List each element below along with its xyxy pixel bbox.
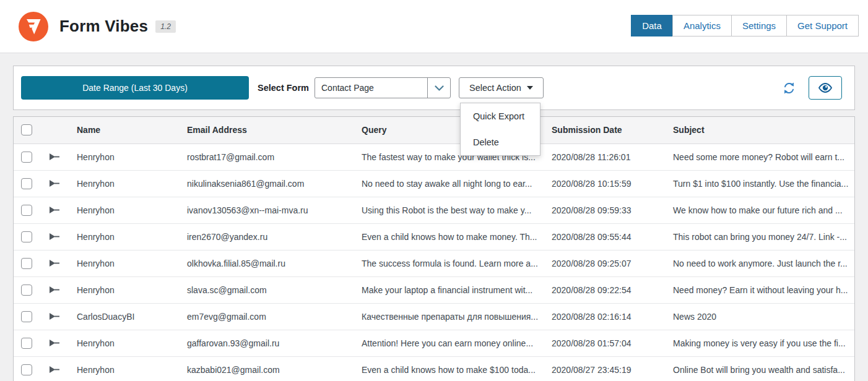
filters-toolbar: Date Range (Last 30 Days) Select Form Co…: [13, 66, 855, 110]
cell-email[interactable]: gaffarovan.93@gmail.ru: [180, 330, 354, 356]
table-row: Henryhon ivanov130563@xn--mai-mva.ru Usi…: [14, 197, 854, 223]
row-checkbox[interactable]: [21, 364, 32, 375]
column-header-date: Submission Date: [544, 117, 666, 143]
table-header-row: Name Email Address Query Submission Date…: [14, 117, 854, 143]
cell-subject[interactable]: Online Bot will bring you wealth and sat…: [666, 356, 854, 381]
tab-analytics[interactable]: Analytics: [672, 15, 732, 36]
cell-subject[interactable]: News 2020: [666, 303, 854, 330]
cell-name[interactable]: CarlosDuacyBI: [69, 303, 180, 330]
cell-email[interactable]: olkhovka.filial.85@mail.ru: [180, 250, 354, 276]
cell-subject[interactable]: Turn $1 into $100 instantly. Use the fin…: [666, 170, 854, 197]
table-row: Henryhon iren2670@yandex.ru Even a child…: [14, 223, 854, 250]
row-checkbox[interactable]: [21, 231, 32, 242]
flag-column-header: [41, 117, 69, 143]
column-header-subject: Subject: [666, 117, 854, 143]
row-checkbox[interactable]: [21, 285, 32, 296]
select-form-label: Select Form: [258, 83, 309, 93]
cell-subject[interactable]: No need to work anymore. Just launch the…: [666, 250, 854, 276]
cell-name[interactable]: Henryhon: [69, 197, 180, 223]
row-checkbox[interactable]: [21, 205, 32, 216]
cell-subject[interactable]: This robot can bring you money 24/7. Lin…: [666, 223, 854, 250]
cell-name[interactable]: Henryhon: [69, 170, 180, 197]
refresh-icon: [782, 81, 796, 95]
flag-icon[interactable]: [50, 153, 59, 160]
app-header: Form Vibes 1.2 Data Analytics Settings G…: [0, 0, 868, 53]
menu-item-delete[interactable]: Delete: [461, 129, 540, 155]
cell-query[interactable]: Качественные препараты для повышения...: [354, 303, 544, 330]
flag-icon[interactable]: [50, 180, 59, 187]
table-row: Henryhon slava.sc@gmail.com Make your la…: [14, 276, 854, 303]
cell-date: 2020/08/28 10:15:59: [544, 170, 666, 197]
row-checkbox[interactable]: [21, 178, 32, 189]
cell-query[interactable]: The success formula is found. Learn more…: [354, 250, 544, 276]
menu-item-quick-export[interactable]: Quick Export: [461, 103, 540, 129]
tab-get-support[interactable]: Get Support: [786, 15, 859, 36]
caret-down-icon: [527, 86, 533, 90]
submissions-table-card: Name Email Address Query Submission Date…: [13, 116, 855, 381]
nav-tabs: Data Analytics Settings Get Support: [631, 15, 859, 36]
cell-subject[interactable]: Need money? Earn it without leaving your…: [666, 276, 854, 303]
table-row: Henryhon rostbrat17@gmail.com The fastes…: [14, 143, 854, 170]
cell-date: 2020/08/27 23:45:19: [544, 356, 666, 381]
cell-query[interactable]: Attention! Here you can earn money onlin…: [354, 330, 544, 356]
table-row: CarlosDuacyBI em7evg@gmail.com Качествен…: [14, 303, 854, 330]
tab-data[interactable]: Data: [631, 15, 673, 36]
cell-date: 2020/08/28 09:59:33: [544, 197, 666, 223]
table-row: Henryhon olkhovka.filial.85@mail.ru The …: [14, 250, 854, 276]
cell-email[interactable]: em7evg@gmail.com: [180, 303, 354, 330]
column-header-name: Name: [69, 117, 180, 143]
flag-icon[interactable]: [50, 233, 59, 240]
cell-query[interactable]: Using this Robot is the best way to make…: [354, 197, 544, 223]
flag-icon[interactable]: [50, 340, 59, 346]
flag-icon[interactable]: [50, 313, 59, 320]
cell-subject[interactable]: Need some more money? Robot will earn t.…: [666, 143, 854, 170]
cell-name[interactable]: Henryhon: [69, 276, 180, 303]
select-action-button[interactable]: Select Action: [459, 77, 544, 98]
eye-icon: [818, 83, 833, 93]
date-range-button[interactable]: Date Range (Last 30 Days): [21, 76, 249, 100]
flag-icon[interactable]: [50, 260, 59, 267]
cell-query[interactable]: Even a child knows how to make money. Th…: [354, 223, 544, 250]
cell-subject[interactable]: Making money is very easy if you use the…: [666, 330, 854, 356]
chevron-down-icon[interactable]: [427, 78, 450, 98]
refresh-button[interactable]: [782, 81, 796, 95]
cell-date: 2020/08/28 09:22:54: [544, 276, 666, 303]
cell-name[interactable]: Henryhon: [69, 143, 180, 170]
cell-name[interactable]: Henryhon: [69, 330, 180, 356]
cell-subject[interactable]: We know how to make our future rich and …: [666, 197, 854, 223]
cell-query[interactable]: Make your laptop a financial instrument …: [354, 276, 544, 303]
cell-query[interactable]: Even a child knows how to make $100 toda…: [354, 356, 544, 381]
cell-email[interactable]: kazbabi021@gmail.com: [180, 356, 354, 381]
action-dropdown-menu: Quick Export Delete: [460, 103, 540, 156]
select-action-label: Select Action: [469, 83, 521, 93]
tab-settings[interactable]: Settings: [731, 15, 787, 36]
select-all-checkbox[interactable]: [21, 124, 32, 135]
row-checkbox[interactable]: [21, 311, 32, 322]
cell-email[interactable]: nikulinaksenia861@gmail.com: [180, 170, 354, 197]
form-select-value: Contact Page: [315, 83, 427, 93]
form-vibes-logo-icon: [19, 12, 48, 41]
page-title: Form Vibes: [59, 17, 148, 36]
flag-icon[interactable]: [50, 207, 59, 213]
flag-icon[interactable]: [50, 366, 59, 373]
table-row: Henryhon gaffarovan.93@gmail.ru Attentio…: [14, 330, 854, 356]
cell-email[interactable]: rostbrat17@gmail.com: [180, 143, 354, 170]
row-checkbox[interactable]: [21, 152, 32, 163]
form-select-dropdown[interactable]: Contact Page: [315, 77, 451, 98]
row-checkbox[interactable]: [21, 338, 32, 349]
cell-name[interactable]: Henryhon: [69, 356, 180, 381]
cell-email[interactable]: ivanov130563@xn--mai-mva.ru: [180, 197, 354, 223]
preview-columns-button[interactable]: [809, 76, 842, 100]
column-header-email: Email Address: [180, 117, 354, 143]
row-checkbox[interactable]: [21, 258, 32, 269]
cell-date: 2020/08/28 01:57:04: [544, 330, 666, 356]
cell-email[interactable]: slava.sc@gmail.com: [180, 276, 354, 303]
cell-date: 2020/08/28 11:26:01: [544, 143, 666, 170]
table-row: Henryhon kazbabi021@gmail.com Even a chi…: [14, 356, 854, 381]
flag-icon[interactable]: [50, 286, 59, 293]
cell-query[interactable]: No need to stay awake all night long to …: [354, 170, 544, 197]
cell-date: 2020/08/28 09:25:07: [544, 250, 666, 276]
cell-email[interactable]: iren2670@yandex.ru: [180, 223, 354, 250]
cell-name[interactable]: Henryhon: [69, 223, 180, 250]
cell-name[interactable]: Henryhon: [69, 250, 180, 276]
